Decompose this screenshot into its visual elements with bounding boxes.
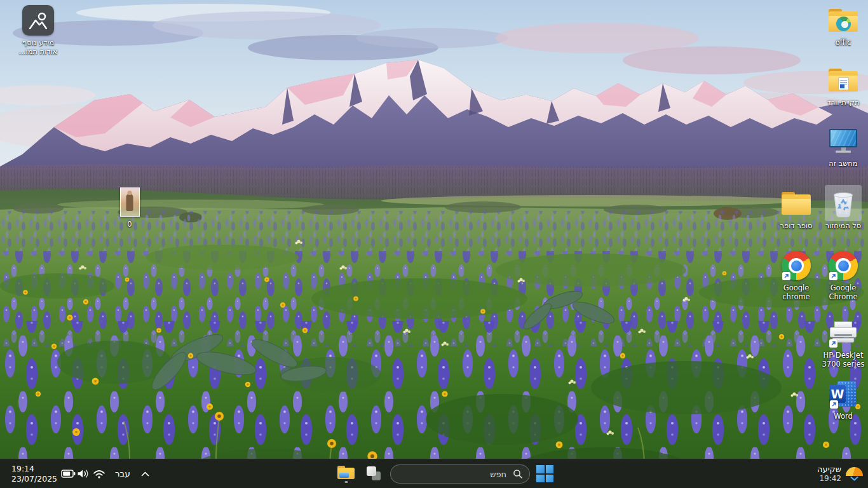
photo-info-icon <box>22 5 54 36</box>
file-explorer-button[interactable] <box>337 466 355 479</box>
weather-label: שקיעה <box>817 464 841 474</box>
search-box[interactable] <box>390 464 530 484</box>
folder-icon <box>781 188 811 219</box>
clock-time: 19:14 <box>11 464 57 474</box>
this-pc-icon <box>829 126 857 156</box>
desktop-icon-super-dooper-folder[interactable]: סופר דופר <box>772 188 820 230</box>
chrome-icon <box>782 250 811 281</box>
weather-widget[interactable]: שקיעה 19:42 <box>817 459 863 488</box>
shortcut-arrow-icon <box>829 339 837 348</box>
sunset-icon <box>846 467 863 481</box>
clock-date: 23/07/2025 <box>11 474 57 484</box>
shortcut-arrow-icon <box>830 400 838 409</box>
icon-label: offic <box>836 38 851 47</box>
selection-highlight <box>825 185 862 221</box>
task-view-button[interactable] <box>367 466 381 480</box>
weather-time: 19:42 <box>817 474 841 483</box>
icon-label: Google chrome <box>782 283 810 301</box>
recycle-bin-icon <box>829 188 857 219</box>
shortcut-arrow-icon <box>782 272 790 280</box>
shortcut-arrow-icon <box>829 272 837 280</box>
office-logo-icon <box>836 17 851 31</box>
speaker-icon[interactable] <box>77 469 89 478</box>
desktop-icon-image-0[interactable]: 0 <box>105 187 154 229</box>
desktop-icon-word[interactable]: W Word <box>819 379 867 421</box>
desktop-icon-this-pc[interactable]: מחשב זה <box>819 126 867 168</box>
language-indicator[interactable]: עבר <box>115 468 130 478</box>
taskbar: 19:14 23/07/2025 עבר <box>0 459 868 488</box>
word-icon: W <box>829 379 857 409</box>
desktop-icon-google-chrome[interactable]: Google Chrome <box>819 250 867 301</box>
icon-label: תקיית וורד <box>827 98 859 107</box>
running-indicator <box>344 481 348 483</box>
word-letter: W <box>831 387 844 401</box>
desktop: מידע נוסף אודות תמו... 0 offic תקיית וור… <box>0 0 868 488</box>
start-button[interactable] <box>536 465 553 482</box>
search-input[interactable] <box>390 464 530 484</box>
icon-label: HP DeskJet 3700 series <box>822 351 865 369</box>
chevron-up-icon[interactable] <box>141 471 149 477</box>
icon-label: Word <box>834 412 853 421</box>
desktop-icon-google-chrome-2[interactable]: Google chrome <box>772 250 820 301</box>
folder-icon <box>828 5 858 36</box>
word-document-icon <box>838 78 849 90</box>
icon-label: מחשב זה <box>829 159 857 168</box>
icon-label: מידע נוסף אודות תמו... <box>19 38 58 56</box>
desktop-icon-offic-folder[interactable]: offic <box>819 5 867 47</box>
desktop-icon-photo-info[interactable]: מידע נוסף אודות תמו... <box>14 5 62 56</box>
desktop-icon-hp-printer[interactable]: HP DeskJet 3700 series <box>819 318 867 369</box>
search-icon <box>513 469 523 479</box>
battery-icon[interactable] <box>61 470 76 478</box>
chrome-icon <box>829 250 858 281</box>
task-view-icon <box>367 466 381 480</box>
wallpaper-image <box>0 0 868 488</box>
icon-label: סל המיחזור <box>825 221 862 230</box>
icon-label: סופר דופר <box>780 221 812 230</box>
desktop-icon-word-folder[interactable]: תקיית וורד <box>819 65 867 107</box>
folder-icon <box>828 65 858 95</box>
icon-label: Google Chrome <box>829 283 857 301</box>
chevron-down-icon <box>850 477 858 481</box>
printer-icon <box>829 318 858 348</box>
image-file-thumbnail <box>120 187 140 217</box>
desktop-icon-recycle-bin[interactable]: סל המיחזור <box>819 188 867 230</box>
icon-label: 0 <box>127 220 132 229</box>
windows-logo-icon <box>536 465 553 482</box>
image-glyph-icon <box>28 11 48 29</box>
file-explorer-icon <box>337 466 355 479</box>
clock[interactable]: 19:14 23/07/2025 <box>11 464 57 484</box>
wifi-icon[interactable] <box>93 470 105 478</box>
